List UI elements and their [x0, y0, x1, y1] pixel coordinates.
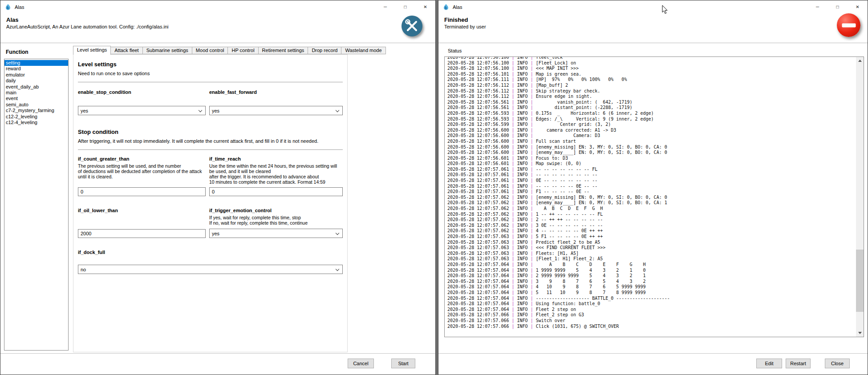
settings-tab[interactable]: Submarine settings — [142, 47, 192, 54]
field-desc-if-count-greater-than: The previous setting will be used, and t… — [78, 163, 206, 179]
field-label-if-oil-lower-than: if_oil_lower_than — [78, 208, 206, 213]
settings-tab[interactable]: HP control — [227, 47, 258, 54]
function-label: Function — [6, 49, 28, 55]
log-line: 2020-05-28 12:07:56.100 | INFO | fleet_l… — [447, 56, 864, 60]
log-line: 2020-05-28 12:07:57.062 | INFO | 4 -- --… — [447, 228, 864, 234]
select-value: yes — [81, 108, 88, 113]
enable-fast-forward-select[interactable]: yes — [209, 106, 343, 115]
minimize-button[interactable]: ─ — [375, 0, 395, 13]
section-title-level-settings: Level settings — [78, 61, 343, 68]
edit-button[interactable]: Edit — [756, 359, 782, 368]
log-line: 2020-05-28 12:07:56.600 | INFO | [enemy_… — [447, 145, 864, 150]
log-line: 2020-05-28 12:07:57.064 | INFO | A B C D… — [447, 262, 864, 268]
settings-tab[interactable]: Drop record — [308, 47, 341, 54]
window-title: Alas — [453, 4, 462, 10]
log-line: 2020-05-28 12:07:57.063 | INFO | Fleets:… — [447, 251, 864, 257]
settings-tab[interactable]: Attack fleet — [110, 47, 142, 54]
log-scrollbar[interactable] — [856, 57, 864, 337]
level-settings-panel: Level settings Need to run once to save … — [73, 54, 348, 352]
log-line: 2020-05-28 12:07:56.112 | INFO | Ensure … — [447, 94, 864, 100]
function-list-item[interactable]: emulator — [4, 72, 68, 78]
scroll-up-icon — [858, 60, 862, 62]
close-log-button[interactable]: Close — [825, 359, 850, 368]
status-header: Finished Terminated by user — [438, 13, 868, 43]
settings-tab[interactable]: Mood control — [192, 47, 228, 54]
titlebar[interactable]: Alas ─ □ ✕ — [0, 0, 435, 13]
close-button[interactable]: ✕ — [848, 0, 868, 13]
log-line: 2020-05-28 12:07:57.061 | INFO | 0E -- -… — [447, 178, 864, 184]
if-time-reach-input[interactable] — [209, 187, 343, 196]
log-line: 2020-05-28 12:07:57.063 | INFO | 5 F1 --… — [447, 234, 864, 240]
finished-title: Finished — [438, 13, 868, 24]
log-output[interactable]: 2020-05-28 12:07:56.100 | INFO | fleet_l… — [444, 56, 864, 337]
log-lines: 2020-05-28 12:07:56.100 | INFO | fleet_l… — [445, 56, 864, 329]
function-list-item[interactable]: setting — [4, 60, 68, 66]
function-list-item[interactable]: daily — [4, 78, 68, 84]
field-label-if-count-greater-than: if_count_greater_than — [78, 156, 206, 161]
if-oil-lower-than-input[interactable] — [78, 229, 206, 238]
if-dock-full-select[interactable]: no — [78, 265, 343, 274]
titlebar[interactable]: Alas ─ □ ✕ — [438, 0, 868, 13]
function-list-item[interactable]: event — [4, 96, 68, 101]
scroll-up-button[interactable] — [856, 57, 864, 65]
log-line: 2020-05-28 12:07:57.064 | INFO | 3 9 8 7… — [447, 279, 864, 285]
maximize-button[interactable]: □ — [395, 0, 415, 13]
function-list[interactable]: settingrewardemulatordailyevent_daily_ab… — [4, 59, 69, 351]
divider — [78, 82, 343, 82]
app-title: Alas — [0, 13, 435, 24]
settings-tab[interactable]: Level settings — [73, 46, 111, 55]
minimize-button[interactable]: ─ — [807, 0, 827, 13]
log-line: 2020-05-28 12:07:56.100 | INFO | [Fleet_… — [447, 60, 864, 66]
log-line: 2020-05-28 12:07:57.061 | INFO | -- -- -… — [447, 167, 864, 173]
field-desc-if-time-reach: Use the time within the next 24 hours, t… — [209, 163, 343, 185]
log-line: 2020-05-28 12:07:57.062 | INFO | 1 -- ++… — [447, 212, 864, 218]
function-list-item[interactable]: event_daily_ab — [4, 84, 68, 90]
function-list-item[interactable]: c12-2_leveling — [4, 114, 68, 120]
if-count-greater-than-input[interactable] — [78, 187, 206, 196]
no-entry-bar — [842, 23, 856, 27]
function-list-item[interactable]: reward — [4, 66, 68, 72]
no-entry-icon — [837, 13, 860, 37]
restart-button[interactable]: Restart — [786, 359, 811, 368]
log-line: 2020-05-28 12:07:56.111 | INFO | [HP] 97… — [447, 77, 864, 83]
log-line: 2020-05-28 12:07:57.064 | INFO | 1 9999 … — [447, 268, 864, 274]
log-line: 2020-05-28 12:07:56.601 | INFO | Focus t… — [447, 156, 864, 161]
log-line: 2020-05-28 12:07:57.062 | INFO | A B C D… — [447, 206, 864, 212]
footer-divider — [438, 353, 868, 354]
field-desc-if-trigger-emotion-control: If yes, wait for reply, complete this ti… — [209, 215, 343, 226]
if-trigger-emotion-control-select[interactable]: yes — [209, 229, 343, 238]
maximize-button[interactable]: □ — [827, 0, 848, 13]
finished-subtitle: Terminated by user — [438, 24, 868, 29]
scroll-down-button[interactable] — [856, 329, 864, 337]
log-line: 2020-05-28 12:07:56.593 | INFO | 0.175s … — [447, 111, 864, 117]
log-line: 2020-05-28 12:07:57.061 | INFO | F1 -- -… — [447, 189, 864, 195]
minimize-icon: ─ — [384, 5, 387, 9]
close-button[interactable]: ✕ — [415, 0, 435, 13]
function-list-item[interactable]: c7-2_mystery_farming — [4, 108, 68, 113]
function-list-item[interactable]: main — [4, 90, 68, 96]
cancel-button[interactable]: Cancel — [348, 359, 374, 368]
chevron-down-icon — [336, 231, 339, 235]
function-list-item[interactable]: c12-4_leveling — [4, 120, 68, 125]
scroll-down-icon — [858, 332, 862, 334]
log-line: 2020-05-28 12:07:57.062 | INFO | 2 -- ++… — [447, 217, 864, 223]
app-header: Alas AzurLaneAutoScript, An Azur Lane au… — [0, 13, 435, 43]
app-icon — [442, 4, 450, 11]
maximize-icon: □ — [404, 5, 406, 9]
section-title-stop-condition: Stop condition — [78, 129, 343, 135]
log-line: 2020-05-28 12:07:57.062 | INFO | [enemy_… — [447, 195, 864, 201]
field-label-if-trigger-emotion-control: if_trigger_emotion_control — [209, 208, 343, 213]
log-line: 2020-05-28 12:07:56.561 | INFO | vanish_… — [447, 100, 864, 105]
close-icon: ✕ — [423, 5, 427, 9]
chevron-down-icon — [336, 109, 339, 112]
settings-tab[interactable]: Retirement settings — [258, 47, 308, 54]
log-line: 2020-05-28 12:07:57.063 | INFO | [Fleet_… — [447, 256, 864, 262]
log-line: 2020-05-28 12:07:56.600 | INFO | [enemy_… — [447, 150, 864, 156]
scrollbar-thumb[interactable] — [856, 250, 864, 312]
settings-tab[interactable]: Wasteland mode — [341, 47, 385, 54]
function-list-item[interactable]: semi_auto — [4, 102, 68, 108]
start-button[interactable]: Start — [391, 359, 415, 368]
enable-stop-condition-select[interactable]: yes — [78, 106, 206, 115]
chevron-down-icon — [199, 109, 202, 112]
log-line: 2020-05-28 12:07:57.061 | INFO | -- -- -… — [447, 184, 864, 190]
